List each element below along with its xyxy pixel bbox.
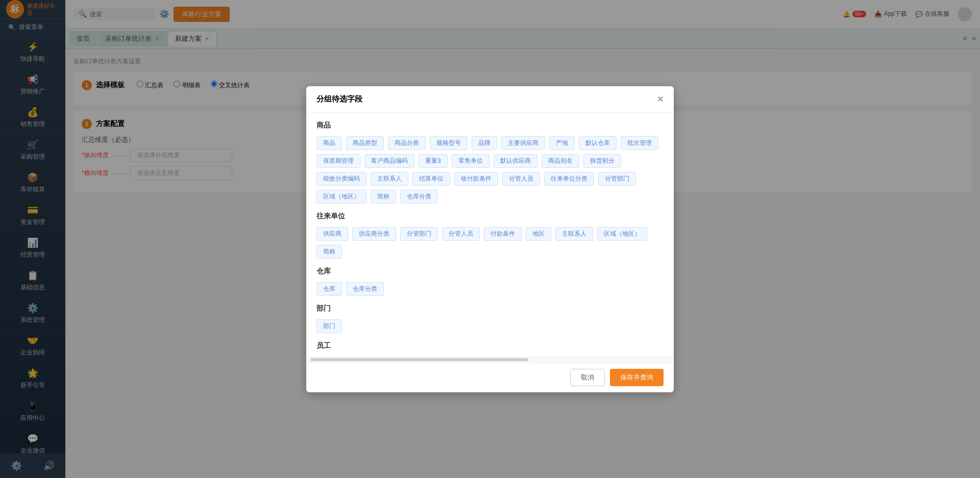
section-product-title: 商品	[316, 121, 664, 130]
tag-supplier[interactable]: 供应商	[316, 227, 348, 241]
tag-payment-condition[interactable]: 付款条件	[484, 227, 522, 241]
cancel-button[interactable]: 取消	[570, 369, 605, 386]
tag-main-supplier[interactable]: 主要供应商	[501, 136, 545, 150]
tag-batch-mgmt[interactable]: 批次管理	[621, 136, 658, 150]
tag-region2[interactable]: 区域（地区）	[597, 227, 647, 241]
dialog-footer: 取消 保存并查询	[306, 362, 674, 392]
section-product-tags: 商品 商品类型 商品分类 规格型号 品牌 主要供应商 产地 默认仓库 批次管理 …	[316, 136, 664, 204]
tag-payment-terms[interactable]: 收付款条件	[454, 172, 498, 186]
field-select-dialog: 分组待选字段 ✕ 商品 商品 商品类型 商品分类 规格型号 品牌 主要供应商 产…	[306, 86, 674, 392]
tag-product-alias[interactable]: 商品别名	[542, 154, 579, 168]
tag-default-warehouse[interactable]: 默认仓库	[579, 136, 617, 150]
tag-product-type[interactable]: 商品类型	[346, 136, 384, 150]
tag-partner-manager[interactable]: 分管人员	[442, 227, 480, 241]
tag-spec-model[interactable]: 规格型号	[430, 136, 468, 150]
section-partner-title: 往来单位	[316, 212, 664, 221]
tag-default-supplier[interactable]: 默认供应商	[494, 154, 537, 168]
dialog-body: 商品 商品 商品类型 商品分类 规格型号 品牌 主要供应商 产地 默认仓库 批次…	[306, 113, 674, 357]
tag-warehouse-category[interactable]: 仓库分类	[400, 190, 438, 204]
tag-weight3[interactable]: 重量3	[419, 154, 448, 168]
tag-retail-unit[interactable]: 零售单位	[452, 154, 489, 168]
tag-short-name2[interactable]: 简称	[316, 245, 342, 259]
tag-settlement-unit[interactable]: 结算单位	[412, 172, 450, 186]
tag-main-contact2[interactable]: 主联系人	[555, 227, 593, 241]
tag-supplier-category[interactable]: 供应商分类	[352, 227, 396, 241]
tag-tax-code[interactable]: 税收分类编码	[316, 172, 366, 186]
modal-overlay: 分组待选字段 ✕ 商品 商品 商品类型 商品分类 规格型号 品牌 主要供应商 产…	[0, 0, 980, 478]
tag-shelf-life[interactable]: 保质期管理	[316, 154, 360, 168]
tag-product-category[interactable]: 商品分类	[388, 136, 426, 150]
dialog-header: 分组待选字段 ✕	[306, 86, 674, 113]
tag-dept[interactable]: 分管部门	[598, 172, 636, 186]
tag-brand[interactable]: 品牌	[472, 136, 497, 150]
section-partner-tags: 供应商 供应商分类 分管部门 分管人员 付款条件 地区 主联系人 区域（地区） …	[316, 227, 664, 259]
tag-main-contact[interactable]: 主联系人	[371, 172, 408, 186]
section-warehouse-title: 仓库	[316, 267, 664, 276]
tag-disassemble-points[interactable]: 拆货积分	[583, 154, 621, 168]
section-dept-tags: 部门	[316, 319, 664, 333]
horizontal-scrollbar[interactable]	[306, 357, 674, 362]
confirm-button[interactable]: 保存并查询	[610, 369, 664, 386]
section-dept-title: 部门	[316, 304, 664, 313]
section-warehouse-tags: 仓库 仓库分类	[316, 282, 664, 296]
tag-customer-code[interactable]: 客户商品编码	[364, 154, 414, 168]
tag-area[interactable]: 地区	[526, 227, 551, 241]
tag-department[interactable]: 部门	[316, 319, 342, 333]
dialog-title: 分组待选字段	[316, 94, 362, 104]
dialog-close-icon[interactable]: ✕	[657, 94, 664, 104]
tag-partner-category[interactable]: 往来单位分类	[544, 172, 594, 186]
tag-warehouse[interactable]: 仓库	[316, 282, 342, 296]
section-employee-title: 员工	[316, 341, 664, 350]
tag-partner-dept[interactable]: 分管部门	[400, 227, 438, 241]
tag-short-name[interactable]: 简称	[371, 190, 396, 204]
h-scrollbar-thumb	[310, 358, 528, 361]
tag-warehouse-cat[interactable]: 仓库分类	[346, 282, 384, 296]
tag-origin[interactable]: 产地	[549, 136, 575, 150]
tag-product[interactable]: 商品	[316, 136, 342, 150]
tag-managed-by[interactable]: 分管人员	[502, 172, 540, 186]
tag-region[interactable]: 区域（地区）	[316, 190, 366, 204]
